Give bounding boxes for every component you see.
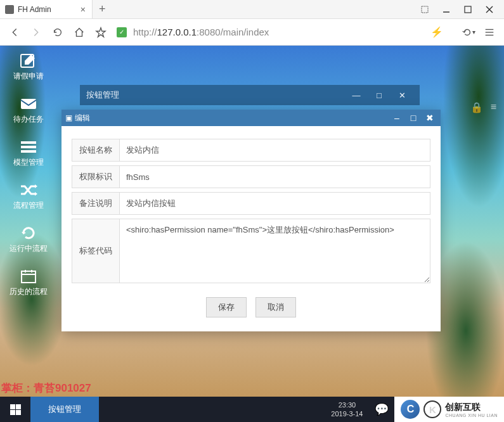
edit-dialog: ▣ 编辑 – □ ✖ 按钮名称 权限标识 备注说明 标签代码 保存 取消 <box>61 110 441 331</box>
new-tab-button[interactable]: + <box>93 0 112 18</box>
code-textarea[interactable] <box>120 219 430 283</box>
brand-logo-area: C K 创新互联 CHUANG XIN HU LIAN <box>394 397 504 422</box>
watermark-text: 掌柜：青苔901027 <box>1 381 91 395</box>
tab-favicon <box>5 5 14 14</box>
parent-maximize-icon[interactable]: □ <box>368 85 391 105</box>
calendar-icon <box>20 269 37 284</box>
name-label: 按钮名称 <box>72 139 120 161</box>
svg-rect-12 <box>21 146 36 148</box>
logo-text: 创新互联 <box>445 402 498 413</box>
parent-close-icon[interactable]: ✕ <box>391 85 413 105</box>
back-button[interactable] <box>5 23 24 42</box>
url-bar: ✓ http://127.0.0.1:8080/main/index ⚡ ▾ <box>0 19 504 46</box>
svg-marker-5 <box>96 27 105 36</box>
clock-time: 23:30 <box>339 400 356 409</box>
edit-icon <box>20 53 37 68</box>
sidebar-item-running[interactable]: 运行中流程 <box>0 218 57 261</box>
logo-subtext: CHUANG XIN HU LIAN <box>445 413 498 418</box>
sidebar-item-tasks[interactable]: 待办任务 <box>0 89 57 132</box>
sidebar-item-history[interactable]: 历史的流程 <box>0 261 57 304</box>
svg-rect-17 <box>22 271 36 283</box>
parent-window: 按钮管理 — □ ✕ <box>80 85 420 105</box>
close-icon[interactable] <box>480 0 499 19</box>
parent-window-titlebar[interactable]: 按钮管理 — □ ✕ <box>80 85 420 105</box>
save-button[interactable]: 保存 <box>206 297 247 317</box>
envelope-icon <box>20 96 37 112</box>
remark-input[interactable] <box>120 193 430 214</box>
logo-c-icon: C <box>401 400 420 419</box>
forward-button[interactable] <box>27 23 46 42</box>
browser-titlebar: FH Admin × + <box>0 0 504 19</box>
parent-minimize-icon[interactable]: — <box>345 85 368 105</box>
logo-k-icon: K <box>423 400 441 418</box>
refresh-button[interactable] <box>48 23 67 42</box>
svg-rect-0 <box>422 6 428 13</box>
list-icon <box>20 139 37 155</box>
svg-marker-14 <box>35 184 37 188</box>
top-right-toolbar: 🔒 ≡ <box>470 101 496 113</box>
svg-rect-11 <box>21 141 36 144</box>
tab-title: FH Admin <box>18 5 51 14</box>
favorite-button[interactable] <box>91 23 110 42</box>
sidebar-item-leave[interactable]: 请假申请 <box>0 46 57 89</box>
svg-rect-10 <box>21 99 36 109</box>
code-label: 标签代码 <box>72 219 120 283</box>
windows-icon <box>10 404 21 415</box>
cancel-button[interactable]: 取消 <box>255 297 296 317</box>
undo-dropdown-button[interactable]: ▾ <box>458 23 477 42</box>
sidebar-item-process[interactable]: 流程管理 <box>0 175 57 218</box>
home-button[interactable] <box>70 23 89 42</box>
clock-date: 2019-3-14 <box>331 409 363 418</box>
window-icon: ▣ <box>65 113 72 122</box>
maximize-icon[interactable] <box>458 0 477 19</box>
dialog-maximize-icon[interactable]: □ <box>406 113 420 123</box>
taskbar-clock[interactable]: 23:30 2019-3-14 <box>325 400 369 419</box>
minimize-icon[interactable] <box>437 0 456 19</box>
tab-close-icon[interactable]: × <box>81 4 86 15</box>
dialog-titlebar[interactable]: ▣ 编辑 – □ ✖ <box>61 110 441 126</box>
screenshot-icon[interactable] <box>415 0 434 19</box>
name-input[interactable] <box>120 139 430 161</box>
fastmode-icon[interactable]: ⚡ <box>430 26 443 38</box>
sidebar: 请假申请 待办任务 模型管理 流程管理 运行中流程 历史的流程 <box>0 46 57 304</box>
parent-window-title: 按钮管理 <box>86 89 119 101</box>
lock-icon[interactable]: 🔒 <box>470 101 483 113</box>
dialog-title: 编辑 <box>75 113 90 124</box>
svg-rect-13 <box>21 150 36 153</box>
shuffle-icon <box>20 182 37 198</box>
svg-marker-15 <box>35 192 37 196</box>
sidebar-item-model[interactable]: 模型管理 <box>0 132 57 175</box>
dialog-body: 按钮名称 权限标识 备注说明 标签代码 保存 取消 <box>61 126 441 331</box>
taskbar-active-item[interactable]: 按钮管理 <box>30 397 99 422</box>
more-icon[interactable]: ≡ <box>491 101 496 113</box>
dialog-minimize-icon[interactable]: – <box>390 113 404 123</box>
url-text[interactable]: http://127.0.0.1:8080/main/index <box>129 27 415 37</box>
taskbar: 按钮管理 23:30 2019-3-14 💬 C K 创新互联 CHUANG X… <box>0 397 504 422</box>
perm-input[interactable] <box>120 166 430 188</box>
refresh-icon <box>20 226 37 241</box>
menu-button[interactable] <box>480 23 499 42</box>
chat-icon[interactable]: 💬 <box>369 402 394 416</box>
start-button[interactable] <box>0 397 30 422</box>
security-shield-icon[interactable]: ✓ <box>117 27 127 37</box>
svg-rect-2 <box>465 6 471 13</box>
svg-marker-16 <box>22 232 26 234</box>
dialog-close-icon[interactable]: ✖ <box>423 113 437 123</box>
perm-label: 权限标识 <box>72 166 120 188</box>
remark-label: 备注说明 <box>72 193 120 214</box>
browser-tab[interactable]: FH Admin × <box>0 0 93 18</box>
